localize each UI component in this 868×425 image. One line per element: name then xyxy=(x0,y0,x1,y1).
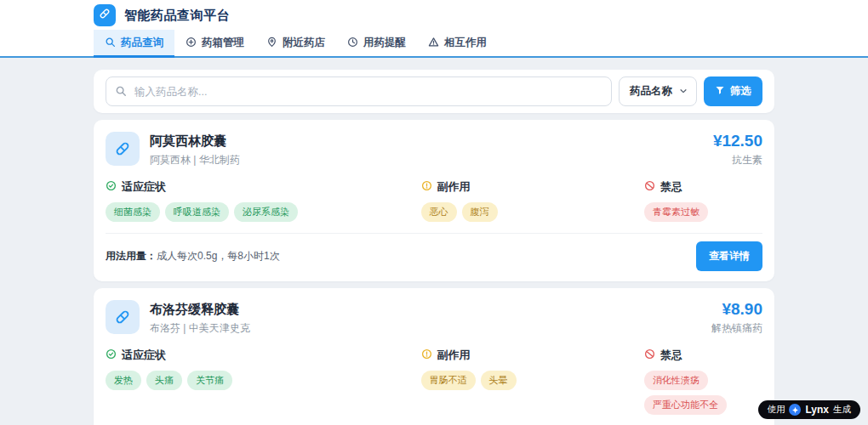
tag: 发热 xyxy=(106,371,141,390)
tab-interactions[interactable]: 相互作用 xyxy=(417,30,498,58)
check-circle-icon xyxy=(106,180,117,194)
chevron-down-icon xyxy=(679,86,688,98)
tag: 青霉素过敏 xyxy=(644,202,708,222)
prohibit-circle-icon xyxy=(644,180,655,194)
side-effects-label: 副作用 xyxy=(437,179,471,195)
filter-button-label: 筛选 xyxy=(730,84,751,99)
warning-triangle-icon xyxy=(428,37,439,50)
tab-medication-reminder[interactable]: 用药提醒 xyxy=(336,30,417,58)
indications-section: 适应症状 细菌感染呼吸道感染泌尿系感染 xyxy=(106,179,421,222)
tab-label: 药品查询 xyxy=(121,36,163,50)
badge-prefix: 使用 xyxy=(767,404,785,416)
tag: 关节痛 xyxy=(187,371,232,390)
prohibit-circle-icon xyxy=(644,348,655,362)
contraindications-label: 禁忌 xyxy=(660,179,682,195)
drug-info-sections: 适应症状 发热头痛关节痛 副作用 胃肠不适头晕 禁忌 消化性溃疡严重心功能不全 xyxy=(106,348,762,415)
funnel-icon xyxy=(715,85,725,98)
indication-tags: 细菌感染呼吸道感染泌尿系感染 xyxy=(106,202,421,222)
tag: 腹泻 xyxy=(462,202,498,222)
tab-label: 相互作用 xyxy=(444,36,487,50)
price-block: ¥8.90 解热镇痛药 xyxy=(711,300,762,336)
select-value: 药品名称 xyxy=(630,84,672,99)
tab-label: 用药提醒 xyxy=(363,36,406,50)
search-bar: 药品名称 筛选 xyxy=(94,70,774,113)
indications-label: 适应症状 xyxy=(122,179,166,195)
search-box xyxy=(106,76,612,106)
clock-icon xyxy=(347,37,358,50)
app-logo xyxy=(94,4,116,26)
drug-card-header: 阿莫西林胶囊 阿莫西林 | 华北制药 ¥12.50 抗生素 xyxy=(106,132,762,167)
dosage-text: 用法用量：成人每次0.5g，每8小时1次 xyxy=(106,249,280,264)
drug-info-sections: 适应症状 细菌感染呼吸道感染泌尿系感染 副作用 恶心腹泻 禁忌 青霉素过敏 xyxy=(106,179,762,222)
tag: 呼吸道感染 xyxy=(165,202,229,222)
tab-drug-search[interactable]: 药品查询 xyxy=(94,30,174,58)
capsule-icon xyxy=(106,132,140,166)
lynx-attribution-badge[interactable]: 使用 Lynx 生成 xyxy=(758,400,860,419)
tab-nearby-pharmacy[interactable]: 附近药店 xyxy=(255,30,336,58)
contraindication-tags: 消化性溃疡严重心功能不全 xyxy=(644,371,762,415)
drug-title-block: 布洛芬缓释胶囊 布洛芬 | 中美天津史克 xyxy=(150,300,250,336)
drug-card-header: 布洛芬缓释胶囊 布洛芬 | 中美天津史克 ¥8.90 解热镇痛药 xyxy=(106,300,762,336)
tag: 恶心 xyxy=(421,202,457,222)
brand-row: 智能药品查询平台 xyxy=(0,0,868,30)
drug-subtitle: 布洛芬 | 中美天津史克 xyxy=(150,321,250,336)
tab-medicine-box[interactable]: 药箱管理 xyxy=(174,30,255,58)
drug-card: 布洛芬缓释胶囊 布洛芬 | 中美天津史克 ¥8.90 解热镇痛药 适应症状 发热… xyxy=(94,288,774,425)
tag: 严重心功能不全 xyxy=(644,395,727,415)
main-content: 药品名称 筛选 阿莫西林胶囊 阿莫西林 | 华北制药 ¥12.50 抗生素 适应… xyxy=(94,70,774,425)
view-details-button[interactable]: 查看详情 xyxy=(696,241,762,271)
capsule-icon xyxy=(106,300,140,334)
lynx-logo-icon xyxy=(789,404,801,416)
tag: 头晕 xyxy=(481,371,517,390)
tag: 头痛 xyxy=(146,371,182,390)
location-pin-icon xyxy=(266,37,277,50)
side-effect-tags: 恶心腹泻 xyxy=(421,202,644,222)
search-input[interactable] xyxy=(106,76,612,106)
drug-price: ¥8.90 xyxy=(711,300,762,319)
drug-name: 阿莫西林胶囊 xyxy=(150,132,240,150)
contraindication-tags: 青霉素过敏 xyxy=(644,202,762,222)
drug-name: 布洛芬缓释胶囊 xyxy=(150,300,250,318)
search-type-select[interactable]: 药品名称 xyxy=(619,76,697,106)
side-effects-label: 副作用 xyxy=(437,348,471,363)
contraindications-section: 禁忌 消化性溃疡严重心功能不全 xyxy=(644,348,762,415)
side-effect-tags: 胃肠不适头晕 xyxy=(421,371,644,390)
app-header: 智能药品查询平台 药品查询 药箱管理 附近药店 用药提醒 相互作用 xyxy=(0,0,868,58)
indications-label: 适应症状 xyxy=(122,348,166,363)
tab-label: 附近药店 xyxy=(283,36,325,50)
drug-title-block: 阿莫西林胶囊 阿莫西林 | 华北制药 xyxy=(150,132,240,167)
tab-label: 药箱管理 xyxy=(202,36,244,50)
medicine-box-icon xyxy=(186,37,197,50)
capsule-icon xyxy=(98,7,111,24)
badge-brand: Lynx xyxy=(805,404,829,416)
side-effects-section: 副作用 胃肠不适头晕 xyxy=(421,348,644,415)
contraindications-label: 禁忌 xyxy=(660,348,682,363)
indication-tags: 发热头痛关节痛 xyxy=(106,371,421,390)
drug-card: 阿莫西林胶囊 阿莫西林 | 华北制药 ¥12.50 抗生素 适应症状 细菌感染呼… xyxy=(94,120,774,281)
tag: 细菌感染 xyxy=(106,202,160,222)
contraindications-section: 禁忌 青霉素过敏 xyxy=(644,179,762,222)
tag: 胃肠不适 xyxy=(421,371,476,390)
tag: 泌尿系感染 xyxy=(234,202,298,222)
drug-category: 解热镇痛药 xyxy=(711,321,762,336)
price-block: ¥12.50 抗生素 xyxy=(713,132,762,167)
drug-category: 抗生素 xyxy=(713,153,762,167)
drug-subtitle: 阿莫西林 | 华北制药 xyxy=(150,153,240,167)
indications-section: 适应症状 发热头痛关节痛 xyxy=(106,348,421,415)
nav-tabs: 药品查询 药箱管理 附近药店 用药提醒 相互作用 xyxy=(0,30,868,56)
search-icon xyxy=(105,37,116,50)
alert-circle-icon xyxy=(421,180,432,194)
badge-suffix: 生成 xyxy=(833,404,851,416)
drug-card-footer: 用法用量：成人每次0.5g，每8小时1次 查看详情 xyxy=(106,233,762,271)
page-title: 智能药品查询平台 xyxy=(124,8,230,24)
side-effects-section: 副作用 恶心腹泻 xyxy=(421,179,644,222)
check-circle-icon xyxy=(106,348,117,362)
filter-button[interactable]: 筛选 xyxy=(704,76,762,106)
drug-price: ¥12.50 xyxy=(713,132,762,150)
tag: 消化性溃疡 xyxy=(644,371,708,390)
alert-circle-icon xyxy=(421,348,432,362)
